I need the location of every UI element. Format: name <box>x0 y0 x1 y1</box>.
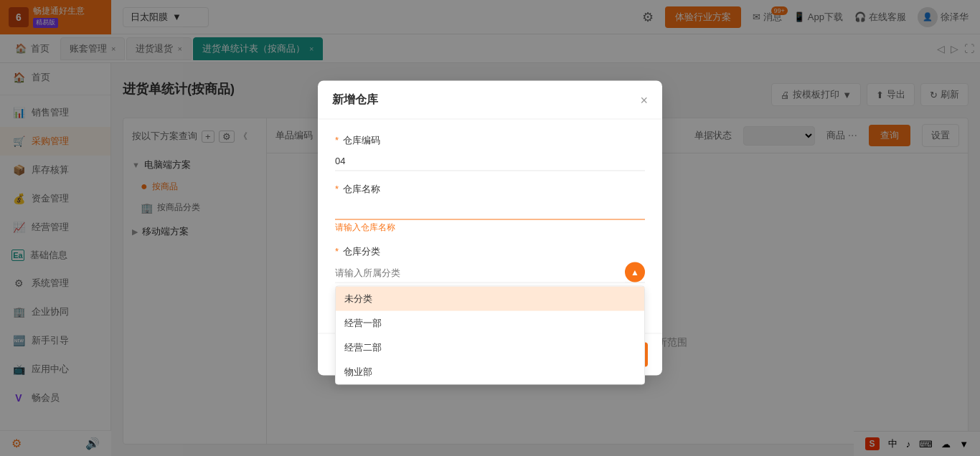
warehouse-name-input[interactable] <box>335 200 645 220</box>
warehouse-name-field: * 仓库名称 请输入仓库名称 <box>335 183 645 234</box>
warehouse-code-input[interactable] <box>335 151 645 171</box>
category-dropdown-list: 未分类 经营一部 经营二部 物业部 <box>335 286 645 385</box>
category-dropdown-btn[interactable]: ▲ <box>625 262 645 282</box>
dialog-body: * 仓库编码 * 仓库名称 请输入仓库名称 * 仓库分类 ▲ <box>318 120 662 333</box>
dropdown-item-property[interactable]: 物业部 <box>336 360 644 384</box>
warehouse-code-field: * 仓库编码 <box>335 134 645 171</box>
warehouse-code-label: * 仓库编码 <box>335 134 645 147</box>
category-select-wrapper: ▲ <box>335 262 645 283</box>
warehouse-name-label: * 仓库名称 <box>335 183 645 196</box>
category-input[interactable] <box>335 262 625 282</box>
warehouse-category-field: * 仓库分类 ▲ 未分类 经营一部 经营二部 物业部 <box>335 245 645 283</box>
dropdown-item-ops1[interactable]: 经营一部 <box>336 311 644 336</box>
dialog-close-button[interactable]: × <box>640 93 648 106</box>
new-warehouse-dialog: 新增仓库 × * 仓库编码 * 仓库名称 请输入仓库名称 * 仓库分类 <box>318 81 662 376</box>
warehouse-category-label: * 仓库分类 <box>335 245 645 258</box>
dialog-header: 新增仓库 × <box>318 81 662 120</box>
dropdown-item-uncategorized[interactable]: 未分类 <box>336 287 644 311</box>
warehouse-name-error: 请输入仓库名称 <box>335 222 645 234</box>
dialog-title: 新增仓库 <box>332 92 378 108</box>
dropdown-item-ops2[interactable]: 经营二部 <box>336 336 644 360</box>
